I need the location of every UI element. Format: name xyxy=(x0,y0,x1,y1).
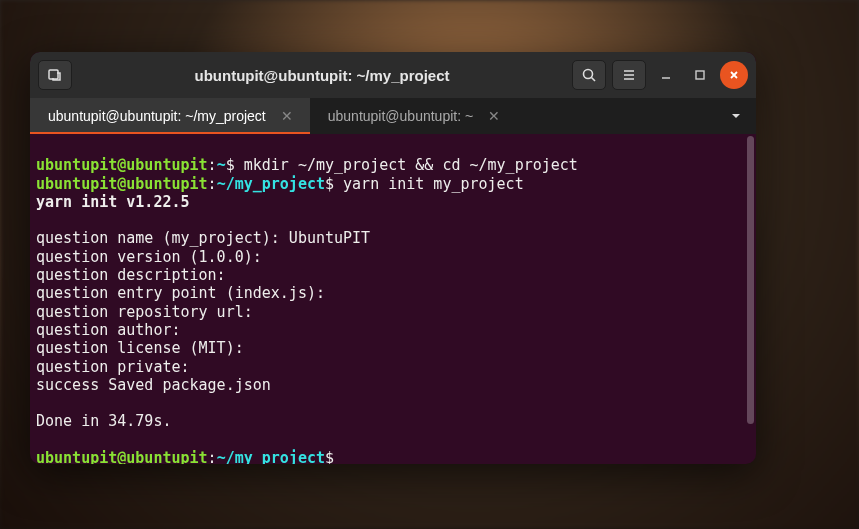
output-line: yarn init v1.22.5 xyxy=(36,193,190,211)
titlebar: ubuntupit@ubuntupit: ~/my_project xyxy=(30,52,756,98)
output-line: question version (1.0.0): xyxy=(36,248,262,266)
minimize-button[interactable] xyxy=(652,61,680,89)
tab-active[interactable]: ubuntupit@ubuntupit: ~/my_project ✕ xyxy=(30,98,310,134)
maximize-button[interactable] xyxy=(686,61,714,89)
close-button[interactable] xyxy=(720,61,748,89)
output-line: success Saved package.json xyxy=(36,376,271,394)
svg-rect-0 xyxy=(49,70,58,79)
output-line: question entry point (index.js): xyxy=(36,284,325,302)
tab-inactive[interactable]: ubuntupit@ubuntupit: ~ ✕ xyxy=(310,98,517,134)
svg-point-1 xyxy=(584,70,593,79)
close-icon[interactable]: ✕ xyxy=(485,108,503,124)
terminal-body[interactable]: ubuntupit@ubuntupit:~$ mkdir ~/my_projec… xyxy=(30,134,756,464)
window-title: ubuntupit@ubuntupit: ~/my_project xyxy=(78,67,566,84)
tab-dropdown-button[interactable] xyxy=(716,98,756,134)
prompt-dollar: $ xyxy=(226,156,235,174)
cmd-text: mkdir ~/my_project && cd ~/my_project xyxy=(235,156,578,174)
scrollbar[interactable] xyxy=(747,136,754,424)
prompt-path: ~/my_project xyxy=(217,449,325,464)
prompt-path: ~/my_project xyxy=(217,175,325,193)
window-controls xyxy=(652,61,748,89)
prompt-dollar: $ xyxy=(325,449,334,464)
output-line: question description: xyxy=(36,266,226,284)
output-line: question private: xyxy=(36,358,190,376)
prompt-user: ubuntupit@ubuntupit xyxy=(36,449,208,464)
search-button[interactable] xyxy=(572,60,606,90)
hamburger-menu-button[interactable] xyxy=(612,60,646,90)
tab-bar: ubuntupit@ubuntupit: ~/my_project ✕ ubun… xyxy=(30,98,756,134)
output-line: question author: xyxy=(36,321,181,339)
output-line: question license (MIT): xyxy=(36,339,244,357)
tab-label: ubuntupit@ubuntupit: ~ xyxy=(328,108,473,124)
tab-label: ubuntupit@ubuntupit: ~/my_project xyxy=(48,108,266,124)
prompt-dollar: $ xyxy=(325,175,334,193)
terminal-window: ubuntupit@ubuntupit: ~/my_project ubu xyxy=(30,52,756,464)
prompt-sep: : xyxy=(208,156,217,174)
svg-rect-2 xyxy=(696,71,704,79)
output-line: question repository url: xyxy=(36,303,253,321)
new-tab-button[interactable] xyxy=(38,60,72,90)
prompt-sep: : xyxy=(208,449,217,464)
prompt-path: ~ xyxy=(217,156,226,174)
output-line: question name (my_project): UbuntuPIT xyxy=(36,229,370,247)
prompt-user: ubuntupit@ubuntupit xyxy=(36,175,208,193)
cmd-text: yarn init my_project xyxy=(334,175,524,193)
prompt-sep: : xyxy=(208,175,217,193)
output-line: Done in 34.79s. xyxy=(36,412,171,430)
prompt-user: ubuntupit@ubuntupit xyxy=(36,156,208,174)
close-icon[interactable]: ✕ xyxy=(278,108,296,124)
